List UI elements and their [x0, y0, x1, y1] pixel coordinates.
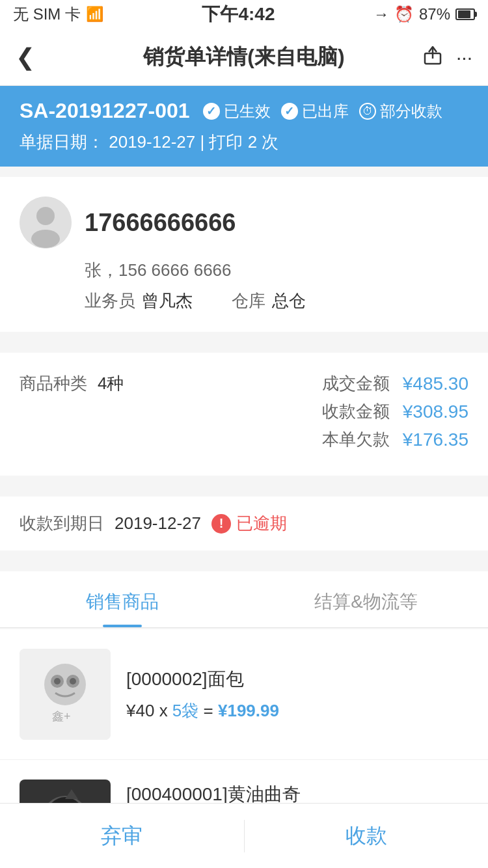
product-qty-1: 5袋	[172, 701, 198, 720]
customer-name-phone: 张，156 6666 6666	[20, 259, 468, 282]
product-unit-price-1: ¥40	[126, 701, 154, 720]
overdue-badge: ! 已逾期	[211, 512, 287, 535]
check-icon-2: ✓	[281, 103, 298, 120]
status-badges: ✓ 已生效 ✓ 已出库 ⏱ 部分收款	[203, 101, 442, 122]
debt-value: ¥176.35	[403, 429, 468, 450]
debt-label: 本单欠款	[322, 428, 390, 451]
divider-2	[0, 342, 488, 353]
warehouse-name: 总仓	[272, 290, 306, 312]
transaction-value: ¥485.30	[403, 373, 468, 394]
equals-sign-1: =	[204, 701, 218, 720]
status-bar: 无 SIM 卡 📶 下午4:42 → ⏰ 87%	[0, 0, 488, 29]
carrier-text: 无 SIM 卡	[13, 4, 81, 25]
due-date: 2019-12-27	[115, 513, 201, 534]
product-info-1: [0000002]面包 ¥40 x 5袋 = ¥199.99	[126, 667, 468, 722]
svg-point-4	[31, 230, 60, 248]
transaction-row: 成交金额 ¥485.30	[244, 372, 468, 395]
time-display: 下午4:42	[202, 2, 275, 27]
stats-left: 商品种类 4种	[20, 372, 244, 398]
bottom-bar: 弃审 收款	[0, 803, 488, 868]
divider-3	[0, 486, 488, 496]
sales-name: 曾凡杰	[142, 290, 193, 312]
battery-percent: 87%	[419, 5, 450, 23]
customer-row: 17666666666	[20, 197, 468, 249]
multiply-sign-1: x	[159, 701, 172, 720]
more-button[interactable]: ···	[456, 46, 472, 68]
warehouse-info: 仓库 总仓	[232, 290, 306, 312]
share-button[interactable]	[422, 44, 443, 70]
status-right: → ⏰ 87%	[373, 5, 475, 23]
svg-point-3	[36, 207, 55, 225]
svg-text:鑫+: 鑫+	[52, 710, 71, 723]
salesperson-info: 业务员 曾凡杰	[85, 290, 193, 312]
tab-settlement[interactable]: 结算&物流等	[244, 571, 488, 627]
collect-payment-button[interactable]: 收款	[245, 804, 489, 868]
customer-section: 17666666666 张，156 6666 6666 业务员 曾凡杰 仓库 总…	[0, 177, 488, 332]
check-icon-1: ✓	[203, 103, 220, 120]
date-label: 单据日期：	[20, 132, 104, 152]
svg-point-10	[70, 678, 76, 685]
stats-section: 商品种类 4种 成交金额 ¥485.30 收款金额 ¥308.95 本单欠款 ¥…	[0, 353, 488, 476]
header-bottom: 单据日期： 2019-12-27 | 打印 2 次	[20, 131, 468, 154]
header-top: SA-20191227-001 ✓ 已生效 ✓ 已出库 ⏱ 部分收款	[20, 99, 468, 123]
header-banner: SA-20191227-001 ✓ 已生效 ✓ 已出库 ⏱ 部分收款 单据日期：…	[0, 86, 488, 167]
svg-point-6	[44, 664, 86, 705]
due-label: 收款到期日	[20, 512, 104, 535]
sales-label: 业务员	[85, 290, 135, 312]
product-type-value: 4种	[98, 372, 124, 395]
tab-sales-products[interactable]: 销售商品	[0, 571, 244, 627]
received-value: ¥308.95	[403, 401, 468, 422]
print-info: | 打印 2 次	[200, 132, 278, 152]
back-button[interactable]: ❮	[9, 37, 42, 77]
order-id: SA-20191227-001	[20, 99, 190, 123]
product-type-label: 商品种类	[20, 372, 87, 395]
battery-icon	[455, 8, 475, 20]
status-badge-partial: ⏱ 部分收款	[359, 101, 442, 122]
transaction-label: 成交金额	[322, 372, 390, 395]
divider-4	[0, 561, 488, 571]
product-type-row: 商品种类 4种	[20, 372, 244, 395]
received-row: 收款金额 ¥308.95	[244, 400, 468, 423]
product-total-1: ¥199.99	[218, 701, 279, 720]
svg-point-9	[54, 678, 61, 685]
overdue-icon: !	[211, 514, 231, 534]
tabs: 销售商品 结算&物流等	[0, 571, 488, 628]
list-item: 鑫+ [0000002]面包 ¥40 x 5袋 = ¥199.99	[0, 629, 488, 760]
customer-meta: 业务员 曾凡杰 仓库 总仓	[20, 290, 468, 312]
alarm-icon: ⏰	[394, 5, 414, 23]
divider-1	[0, 167, 488, 177]
avatar	[20, 197, 72, 249]
product-price-1: ¥40 x 5袋 = ¥199.99	[126, 699, 468, 722]
status-left: 无 SIM 卡 📶	[13, 4, 103, 25]
stats-right: 成交金额 ¥485.30 收款金额 ¥308.95 本单欠款 ¥176.35	[244, 372, 468, 456]
warehouse-label: 仓库	[232, 290, 265, 312]
order-date: 2019-12-27	[109, 132, 195, 152]
location-icon: →	[373, 5, 389, 23]
received-label: 收款金额	[322, 400, 390, 423]
product-name-1: [0000002]面包	[126, 667, 468, 692]
product-thumbnail-1: 鑫+	[20, 649, 111, 740]
abandon-review-button[interactable]: 弃审	[0, 804, 244, 868]
nav-bar: ❮ 销货单详情(来自电脑) ···	[0, 29, 488, 86]
overdue-label: 已逾期	[236, 512, 287, 535]
wifi-icon: 📶	[86, 6, 103, 23]
due-section: 收款到期日 2019-12-27 ! 已逾期	[0, 496, 488, 550]
nav-title: 销货单详情(来自电脑)	[143, 43, 344, 72]
customer-phone: 17666666666	[85, 209, 236, 237]
status-badge-effective: ✓ 已生效	[203, 101, 271, 122]
debt-row: 本单欠款 ¥176.35	[244, 428, 468, 451]
nav-actions: ···	[422, 44, 472, 70]
status-badge-shipped: ✓ 已出库	[281, 101, 349, 122]
clock-icon: ⏱	[359, 103, 376, 120]
